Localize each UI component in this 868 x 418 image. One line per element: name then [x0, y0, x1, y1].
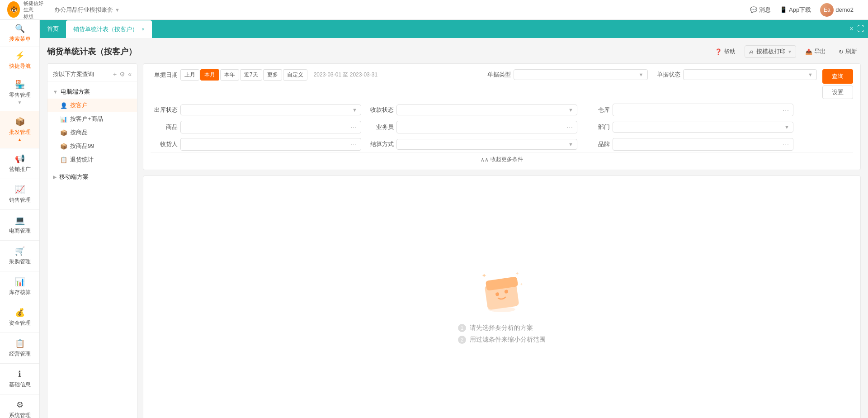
dots-icon: ···: [783, 106, 789, 114]
filter-panel: 单据日期 上月 本月 本年 近7天 更多 自定义 2023-03-01 至 20…: [143, 63, 861, 170]
logo-icon: 🐯: [7, 1, 20, 18]
sidebar-item-search[interactable]: 🔍 搜索菜单: [0, 20, 39, 47]
chevron-down-icon: ▼: [639, 72, 644, 77]
sidebar-item-finance[interactable]: 💰 资金管理: [0, 302, 39, 333]
step1-circle: 1: [458, 324, 466, 332]
header-title[interactable]: 办公用品行业模拟账套 ▼: [47, 6, 750, 14]
payment-method-select[interactable]: ▼: [396, 139, 577, 150]
date-tabs: 上月 本月 本年 近7天 更多 自定义: [180, 69, 307, 81]
goods-label: 商品: [151, 123, 178, 131]
date-tab-7days[interactable]: 近7天: [240, 69, 262, 81]
scheme-group-mobile: ▶ 移动端方案: [47, 168, 137, 185]
sidebar-item-purchase[interactable]: 🛒 采购管理: [0, 241, 39, 271]
sidebar-item-retail[interactable]: 🏪 零售管理 ▼: [0, 74, 39, 111]
logo-area: 🐯 畅捷信好生意 标版: [7, 0, 47, 19]
doc-type-label: 单据类型: [484, 71, 511, 79]
user-menu[interactable]: Ea demo2: [820, 3, 854, 17]
svg-text:✦: ✦: [481, 272, 487, 279]
tab-bar: 首页 销货单统计表（按客户） × × ⛶: [40, 20, 868, 38]
date-tab-this-month[interactable]: 本月: [200, 69, 219, 81]
scheme-item-by-goods[interactable]: 📦 按商品: [47, 126, 137, 139]
empty-state-line2: 2 用过滤条件来缩小分析范围: [458, 336, 546, 344]
svg-text:✦: ✦: [520, 282, 523, 286]
minimize-icon[interactable]: ×: [849, 25, 854, 33]
print-btn[interactable]: 🖨 按模板打印 ▼: [745, 45, 796, 58]
scheme-group-mobile-header[interactable]: ▶ 移动端方案: [47, 170, 137, 184]
out-status-select[interactable]: ▼: [180, 104, 361, 115]
sidebar-item-wholesale[interactable]: 📦 批发管理 ▲: [0, 111, 39, 148]
recipient-select[interactable]: ···: [180, 138, 361, 151]
scheme-group-desktop-header[interactable]: ▼ 电脑端方案: [47, 85, 137, 99]
triangle-down-icon: ▼: [53, 89, 58, 95]
tab-home[interactable]: 首页: [40, 20, 66, 38]
doc-status-label: 单据状态: [653, 71, 680, 79]
receive-status-select[interactable]: ▼: [396, 104, 577, 115]
main-panel: 按以下方案查询 + ⚙ « ▼ 电脑端方案 👤: [47, 63, 861, 418]
message-btn[interactable]: 💬 消息: [750, 6, 771, 14]
logo-text: 畅捷信好生意 标版: [24, 0, 47, 19]
dots-icon: ···: [566, 124, 573, 131]
management-icon: 📋: [4, 338, 36, 348]
chevron-down-icon: ▼: [568, 142, 573, 147]
date-tab-more[interactable]: 更多: [263, 69, 282, 81]
print-icon: 🖨: [749, 48, 755, 55]
sidebar-item-sales[interactable]: 📈 销售管理: [0, 179, 39, 210]
avatar: Ea: [820, 3, 834, 17]
empty-state-text: 1 请先选择要分析的方案 2 用过滤条件来缩小分析范围: [458, 324, 546, 344]
tab-close-icon[interactable]: ×: [142, 26, 145, 33]
export-btn[interactable]: 📤 导出: [802, 46, 830, 57]
sidebar-item-system[interactable]: ⚙ 系统管理: [0, 394, 39, 418]
chevron-down-icon[interactable]: ▼: [115, 7, 120, 13]
tab-active[interactable]: 销货单统计表（按客户） ×: [66, 20, 152, 38]
help-btn[interactable]: ❓ 帮助: [711, 46, 739, 57]
scheme-item-customer-goods[interactable]: 📊 按客户+商品: [47, 112, 137, 126]
sidebar-item-inventory[interactable]: 📊 库存核算: [0, 271, 39, 302]
box2-icon: 📦: [60, 143, 67, 150]
purchase-icon: 🛒: [4, 246, 36, 256]
scheme-group-desktop: ▼ 电脑端方案 👤 按客户 📊 按客户+商品 📦: [47, 83, 137, 168]
system-icon: ⚙: [4, 400, 36, 410]
sidebar-item-marketing[interactable]: 📢 营销推广: [0, 148, 39, 179]
chevron-down-icon: ▼: [788, 49, 792, 54]
goods-select[interactable]: ···: [180, 121, 361, 133]
collapse-more-btn[interactable]: ∧∧ 收起更多条件: [151, 152, 853, 166]
dept-select[interactable]: ▼: [613, 122, 793, 133]
scheme-item-by-customer[interactable]: 👤 按客户: [47, 99, 137, 112]
warehouse-label: 仓库: [583, 106, 610, 114]
scheme-item-return-stats[interactable]: 📋 退货统计: [47, 153, 137, 166]
top-header: 🐯 畅捷信好生意 标版 办公用品行业模拟账套 ▼ 💬 消息 📱 App下载 Ea…: [0, 0, 868, 20]
settings-button[interactable]: 设置: [822, 86, 853, 99]
page-selector-text: 办公用品行业模拟账套: [54, 6, 113, 14]
sidebar-item-basic-info[interactable]: ℹ 基础信息: [0, 364, 39, 394]
sidebar-item-ecommerce[interactable]: 💻 电商管理: [0, 210, 39, 241]
add-scheme-btn[interactable]: +: [113, 71, 117, 78]
scheme-panel: 按以下方案查询 + ⚙ « ▼ 电脑端方案 👤: [47, 63, 137, 418]
main-layout: 🔍 搜索菜单 ⚡ 快捷导航 🏪 零售管理 ▼ 📦 批发管理 ▲ 📢 营销推广 📈…: [0, 20, 868, 418]
date-tab-this-year[interactable]: 本年: [220, 69, 239, 81]
date-range-text: 2023-03-01 至 2023-03-31: [314, 71, 377, 79]
chevron-down-icon: ▼: [18, 100, 22, 105]
refresh-btn[interactable]: ↻ 刷新: [835, 46, 861, 57]
date-tab-last-month[interactable]: 上月: [180, 69, 199, 81]
export-icon: 📤: [805, 48, 812, 55]
salesperson-select[interactable]: ···: [396, 121, 577, 133]
chevron-down-icon: ▼: [784, 124, 789, 130]
scheme-item-by-goods99[interactable]: 📦 按商品99: [47, 139, 137, 153]
retail-icon: 🏪: [4, 80, 36, 90]
page-title-row: 销货单统计表（按客户） ❓ 帮助 🖨 按模板打印 ▼ 📤 导出: [47, 45, 861, 58]
warehouse-select[interactable]: ···: [613, 104, 793, 116]
doc-type-select[interactable]: ▼: [514, 69, 648, 80]
settings-scheme-btn[interactable]: ⚙: [119, 71, 125, 78]
maximize-icon[interactable]: ⛶: [857, 25, 864, 33]
doc-status-select[interactable]: ▼: [683, 69, 817, 80]
dots-icon: ···: [350, 141, 357, 148]
app-download-icon: 📱: [780, 6, 787, 13]
collapse-scheme-btn[interactable]: «: [128, 71, 132, 78]
sidebar-item-quicknav[interactable]: ⚡ 快捷导航: [0, 47, 39, 74]
app-download-btn[interactable]: 📱 App下载: [780, 6, 811, 14]
search-button[interactable]: 查询: [822, 69, 853, 84]
brand-select[interactable]: ···: [613, 138, 793, 151]
message-icon: 💬: [750, 6, 757, 13]
date-tab-custom[interactable]: 自定义: [283, 69, 307, 81]
sidebar-item-management[interactable]: 📋 经营管理: [0, 333, 39, 364]
